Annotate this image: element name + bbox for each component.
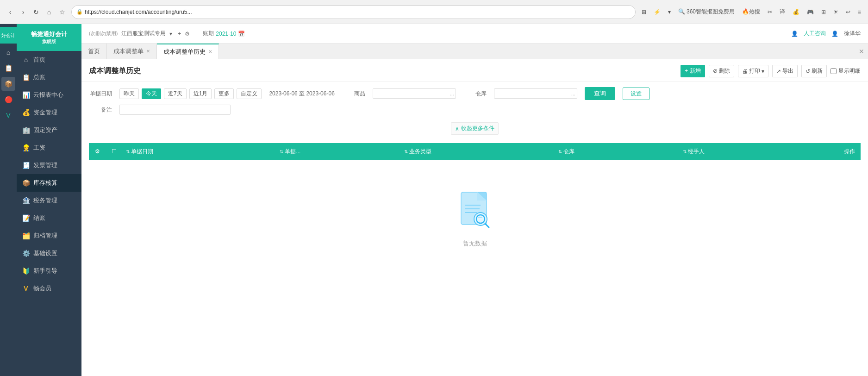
- table-col-person-header[interactable]: ⇅ 经手人: [679, 148, 833, 156]
- tab-home[interactable]: 首页: [81, 44, 107, 59]
- undo-icon[interactable]: ↩: [843, 8, 853, 16]
- browser-home-button[interactable]: ⌂: [44, 6, 55, 18]
- show-detail-checkbox[interactable]: [831, 68, 837, 74]
- game-icon[interactable]: 🎮: [805, 8, 816, 16]
- col-date-sort-icon: ⇅: [126, 149, 130, 154]
- menu-icon[interactable]: ≡: [856, 8, 863, 16]
- calendar-icon[interactable]: 📅: [238, 31, 245, 37]
- company-dropdown-icon[interactable]: ▾: [169, 31, 172, 37]
- tab-cost-adjust-history-close[interactable]: ✕: [208, 49, 212, 54]
- sidebar-item-ledger[interactable]: 📋 总账: [17, 69, 81, 86]
- sidebar-item-settlement[interactable]: 📝 结账: [17, 209, 81, 227]
- user-label[interactable]: 徐泽华: [844, 30, 861, 38]
- filter-date-range: 2023-06-06 至 2023-06-06: [269, 90, 334, 98]
- print-icon: 🖨: [742, 68, 748, 75]
- address-bar[interactable]: 🔒 https://cloud.chanjet.com/accounting/u…: [71, 5, 636, 19]
- hot-search-label[interactable]: 🔥热搜: [740, 7, 762, 17]
- table-col-num-header[interactable]: ⇅ 单据...: [276, 148, 400, 156]
- extensions-icon[interactable]: ⊞: [639, 8, 649, 16]
- sidebar-item-invoices-label: 发票管理: [33, 161, 57, 169]
- empty-text: 暂无数据: [463, 239, 487, 248]
- sidebar-item-settings-label: 基础设置: [33, 249, 57, 257]
- sidebar-item-tax[interactable]: 🏦 税务管理: [17, 192, 81, 209]
- icon-bar-item-5[interactable]: V: [1, 108, 15, 122]
- filter-warehouse-input[interactable]: [494, 88, 577, 99]
- sidebar-item-assets[interactable]: 🏢 固定资产: [17, 121, 81, 139]
- date-btn-1month[interactable]: 近1月: [189, 88, 212, 99]
- collapse-button[interactable]: ∧ 收起更多条件: [451, 122, 499, 135]
- tab-cost-adjust-label: 成本调整单: [113, 47, 144, 56]
- page-title: 成本调整单历史: [89, 66, 141, 76]
- select-all-checkbox[interactable]: ☐: [112, 148, 117, 155]
- sidebar-item-settings[interactable]: ⚙️ 基础设置: [17, 244, 81, 262]
- setting-button[interactable]: 设置: [623, 88, 649, 100]
- table-col-settings-header[interactable]: ⚙: [89, 148, 106, 155]
- empty-state: 暂无数据: [89, 160, 861, 276]
- user-avatar-icon: 👤: [831, 31, 838, 37]
- col-date-label: 单据日期: [131, 148, 153, 156]
- table-col-action-header: 操作: [833, 148, 861, 156]
- print-label: 打印: [749, 67, 760, 75]
- table-col-warehouse-header[interactable]: ⇅ 仓库: [555, 148, 679, 156]
- query-button[interactable]: 查询: [585, 87, 615, 100]
- sidebar-item-invoices[interactable]: 🧾 发票管理: [17, 157, 81, 174]
- svg-line-9: [485, 224, 489, 227]
- brightness-icon[interactable]: ☀: [831, 8, 841, 16]
- filter-product-input[interactable]: [373, 88, 456, 99]
- icon-bar-item-2[interactable]: 📋: [1, 61, 15, 75]
- refresh-button[interactable]: ↺ 刷新: [801, 65, 827, 77]
- col-num-sort-icon: ⇅: [280, 149, 283, 154]
- date-btn-custom[interactable]: 自定义: [237, 88, 262, 99]
- date-btn-7days[interactable]: 近7天: [164, 88, 187, 99]
- scissors-icon[interactable]: ✂: [765, 8, 774, 16]
- sidebar-item-inventory[interactable]: 📦 库存核算: [17, 174, 81, 192]
- add-company-icon[interactable]: +: [178, 31, 181, 37]
- date-btn-today[interactable]: 今天: [142, 88, 161, 99]
- page-header: 成本调整单历史 + 新增 ⊘ 删除 🖨 打印 ▾ ↗ 导出 ↺: [81, 59, 868, 81]
- filter-row-remark: 备注: [89, 105, 861, 115]
- dropdown-icon[interactable]: ▾: [666, 8, 673, 16]
- sidebar-item-member[interactable]: V 畅会员: [17, 280, 81, 297]
- sidebar-item-guide[interactable]: 🔰 新手引导: [17, 262, 81, 280]
- support-label[interactable]: 人工咨询: [804, 30, 826, 38]
- company-prefix: (勿删勿禁用): [89, 30, 118, 37]
- table-col-check-header[interactable]: ☐: [106, 148, 122, 155]
- icon-bar-item-1[interactable]: ⌂: [1, 45, 15, 59]
- search-tool[interactable]: 🔍 360智能抠图免费用: [676, 7, 737, 17]
- print-button[interactable]: 🖨 打印 ▾: [738, 65, 768, 77]
- sidebar-item-reports[interactable]: 📊 云报表中心: [17, 86, 81, 104]
- export-button[interactable]: ↗ 导出: [772, 65, 798, 77]
- filter-remark-input[interactable]: [119, 105, 231, 115]
- sidebar-item-home[interactable]: ⌂ 首页: [17, 51, 81, 69]
- icon-bar-item-4[interactable]: 🔴: [1, 93, 15, 107]
- browser-back-button[interactable]: ‹: [5, 6, 16, 18]
- table-col-date-header[interactable]: ⇅ 单据日期: [122, 148, 276, 156]
- browser-bookmark-button[interactable]: ☆: [56, 6, 68, 18]
- tax-icon: 🏦: [22, 197, 30, 204]
- icon-bar-logo[interactable]: 好会计: [0, 27, 17, 44]
- browser-forward-button[interactable]: ›: [18, 6, 29, 18]
- delete-button[interactable]: ⊘ 删除: [709, 65, 734, 77]
- sidebar-item-wages-label: 工资: [33, 144, 45, 152]
- icon-bar-item-3[interactable]: 📦: [1, 77, 15, 91]
- tab-cost-adjust-history[interactable]: 成本调整单历史 ✕: [157, 44, 219, 59]
- settings-icon-topbar[interactable]: ⚙: [185, 31, 190, 37]
- sidebar-item-wages[interactable]: 👷 工资: [17, 139, 81, 157]
- wallet-icon[interactable]: 💰: [790, 8, 802, 16]
- grid-icon[interactable]: ⊞: [819, 8, 828, 16]
- tab-close-all[interactable]: ✕: [859, 48, 864, 55]
- sidebar-item-funds[interactable]: 💰 资金管理: [17, 104, 81, 121]
- lightning-icon[interactable]: ⚡: [651, 8, 663, 16]
- new-button[interactable]: + 新增: [681, 65, 705, 77]
- tab-cost-adjust-close[interactable]: ✕: [146, 49, 150, 54]
- export-label: 导出: [782, 67, 793, 75]
- funds-icon: 💰: [22, 109, 30, 116]
- tab-cost-adjust[interactable]: 成本调整单 ✕: [107, 44, 157, 59]
- sidebar-item-archive[interactable]: 🗂️ 归档管理: [17, 227, 81, 244]
- translate-icon[interactable]: 译: [777, 7, 787, 17]
- browser-reload-button[interactable]: ↻: [31, 6, 42, 18]
- table-col-type-header[interactable]: ⇅ 业务类型: [400, 148, 554, 156]
- period-label: 账期: [203, 30, 214, 38]
- date-btn-more[interactable]: 更多: [214, 88, 234, 99]
- date-btn-yesterday[interactable]: 昨天: [119, 88, 139, 99]
